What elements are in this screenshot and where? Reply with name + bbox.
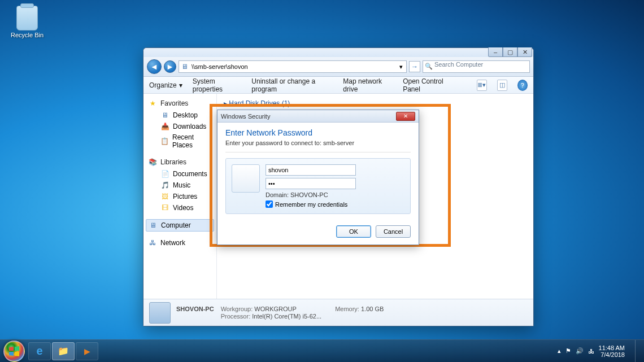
media-player-icon: ▶ xyxy=(84,347,90,356)
remember-credentials-checkbox[interactable]: Remember my credentials xyxy=(266,200,404,208)
desktop-icon-recycle-bin[interactable]: Recycle Bin xyxy=(10,6,44,38)
dialog-titlebar[interactable]: Windows Security ✕ xyxy=(217,110,419,123)
taskbar-pin-ie[interactable]: e xyxy=(28,342,51,360)
dialog-title: Windows Security xyxy=(221,113,270,120)
minimize-button[interactable]: – xyxy=(488,47,503,57)
sidebar-item-network[interactable]: 🖧Network xyxy=(146,237,214,248)
music-icon: 🎵 xyxy=(160,181,169,190)
computer-large-icon xyxy=(149,302,171,324)
recent-icon: 📋 xyxy=(160,137,169,146)
pictures-icon: 🖼 xyxy=(160,192,169,201)
taskbar: e 📁 ▶ ▴ ⚑ 🔊 🖧 11:48 AM 7/4/2018 xyxy=(0,339,644,362)
details-memory: 1.00 GB xyxy=(361,306,384,312)
uninstall-program-button[interactable]: Uninstall or change a program xyxy=(251,77,333,93)
taskbar-pin-media-player[interactable]: ▶ xyxy=(76,342,98,360)
navigation-pane: ★Favorites 🖥Desktop 📥Downloads 📋Recent P… xyxy=(143,94,217,299)
sidebar-item-videos[interactable]: 🎞Videos xyxy=(158,202,214,213)
preview-pane-button[interactable]: ◫ xyxy=(497,80,507,91)
downloads-icon: 📥 xyxy=(160,122,169,131)
help-button[interactable]: ? xyxy=(517,80,528,91)
map-network-drive-button[interactable]: Map network drive xyxy=(343,77,393,93)
explorer-icon: 📁 xyxy=(58,346,69,356)
refresh-button[interactable]: → xyxy=(409,61,420,72)
window-titlebar[interactable]: – ▢ ✕ xyxy=(143,48,533,57)
dialog-subtext: Enter your password to connect to: smb-s… xyxy=(225,139,411,146)
address-dropdown[interactable]: ▾ xyxy=(397,63,405,71)
show-desktop-button[interactable] xyxy=(635,340,641,363)
sidebar-item-pictures[interactable]: 🖼Pictures xyxy=(158,191,214,202)
remember-checkbox-input[interactable] xyxy=(266,200,273,208)
user-avatar-icon xyxy=(232,164,260,193)
address-bar[interactable]: 🖥 \\smb-server\shovon ▾ xyxy=(179,60,407,73)
navigation-bar: ◄ ► 🖥 \\smb-server\shovon ▾ → Search Com… xyxy=(143,57,533,77)
documents-icon: 📄 xyxy=(160,169,169,178)
tray-clock[interactable]: 11:48 AM 7/4/2018 xyxy=(599,344,627,358)
password-input[interactable] xyxy=(266,178,356,189)
details-computer-name: SHOVON-PC xyxy=(176,306,214,312)
details-workgroup: WORKGROUP xyxy=(254,306,297,312)
divider xyxy=(225,152,411,152)
videos-icon: 🎞 xyxy=(160,203,169,212)
view-options-button[interactable]: ≣▾ xyxy=(477,80,487,91)
sidebar-favorites[interactable]: ★Favorites xyxy=(146,97,214,110)
system-tray: ▴ ⚑ 🔊 🖧 11:48 AM 7/4/2018 xyxy=(558,340,641,363)
cancel-button[interactable]: Cancel xyxy=(376,225,411,238)
chevron-down-icon: ▾ xyxy=(179,81,182,89)
sidebar-item-documents[interactable]: 📄Documents xyxy=(158,168,214,180)
taskbar-pin-explorer[interactable]: 📁 xyxy=(52,342,75,360)
command-bar: Organize ▾ System properties Uninstall o… xyxy=(143,77,533,94)
computer-icon: 🖥 xyxy=(149,221,158,230)
section-hard-disk-drives[interactable]: ▸ Hard Disk Drives (1) xyxy=(224,97,526,110)
sidebar-item-desktop[interactable]: 🖥Desktop xyxy=(158,110,214,121)
windows-logo-icon xyxy=(7,344,21,358)
domain-label: Domain: SHOVON-PC xyxy=(266,191,404,198)
address-text: \\smb-server\shovon xyxy=(189,63,250,70)
details-pane: SHOVON-PC Workgroup: WORKGROUP Memory: 1… xyxy=(143,299,533,326)
sidebar-item-recent-places[interactable]: 📋Recent Places xyxy=(158,132,214,150)
recycle-bin-icon xyxy=(16,6,38,30)
tray-overflow-button[interactable]: ▴ xyxy=(558,347,561,355)
system-properties-button[interactable]: System properties xyxy=(193,77,242,93)
close-button[interactable]: ✕ xyxy=(517,47,532,57)
details-processor: Intel(R) Core(TM) i5-62... xyxy=(252,313,321,320)
recycle-bin-label: Recycle Bin xyxy=(10,32,44,38)
volume-icon[interactable]: 🔊 xyxy=(576,347,584,355)
back-button[interactable]: ◄ xyxy=(147,59,162,74)
open-control-panel-button[interactable]: Open Control Panel xyxy=(403,77,456,93)
ie-icon: e xyxy=(36,344,42,357)
dialog-close-button[interactable]: ✕ xyxy=(396,112,415,121)
organize-menu[interactable]: Organize ▾ xyxy=(149,81,182,89)
libraries-icon: 📚 xyxy=(148,158,157,167)
username-input[interactable] xyxy=(266,164,356,176)
sidebar-item-downloads[interactable]: 📥Downloads xyxy=(158,121,214,132)
windows-security-dialog: Windows Security ✕ Enter Network Passwor… xyxy=(217,110,419,245)
sidebar-libraries[interactable]: 📚Libraries xyxy=(146,156,214,168)
ok-button[interactable]: OK xyxy=(336,225,371,238)
network-icon: 🖧 xyxy=(148,238,157,247)
sidebar-item-music[interactable]: 🎵Music xyxy=(158,180,214,191)
desktop-icon: 🖥 xyxy=(160,111,169,120)
star-icon: ★ xyxy=(148,99,157,108)
maximize-button[interactable]: ▢ xyxy=(503,47,517,57)
credentials-panel: Domain: SHOVON-PC Remember my credential… xyxy=(225,158,411,214)
computer-icon: 🖥 xyxy=(180,62,189,71)
dialog-heading: Enter Network Password xyxy=(225,128,411,137)
start-button[interactable] xyxy=(3,341,25,362)
forward-button[interactable]: ► xyxy=(164,60,176,73)
search-input[interactable]: Search Computer xyxy=(423,60,530,73)
action-center-icon[interactable]: ⚑ xyxy=(565,347,571,355)
network-tray-icon[interactable]: 🖧 xyxy=(588,348,594,355)
sidebar-item-computer[interactable]: 🖥Computer xyxy=(146,219,214,232)
